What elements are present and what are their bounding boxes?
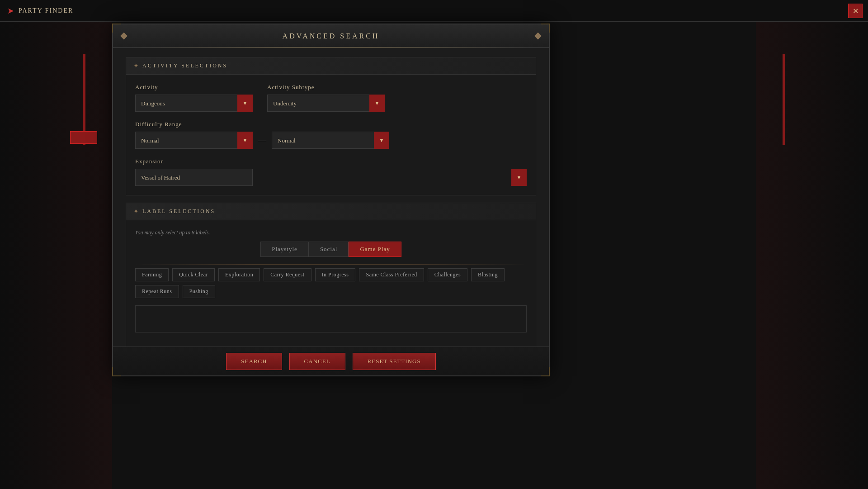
difficulty-max-wrapper: Normal Hard Torment I Torment II Torment… [272, 132, 389, 149]
label-section-title: LABEL SELECTIONS [142, 208, 215, 215]
label-section-body: You may only select up to 8 labels. Play… [126, 220, 536, 343]
close-button[interactable]: ✕ [848, 4, 863, 18]
difficulty-group: Difficulty Range Normal Hard Torment I T… [135, 121, 527, 149]
title-bar: ➤ PARTY FINDER ✕ [0, 0, 868, 22]
tag-in-progress[interactable]: In Progress [315, 268, 356, 281]
difficulty-label: Difficulty Range [135, 121, 527, 128]
tags-container: Farming Quick Clear Exploration Carry Re… [135, 268, 527, 298]
activity-section: ✦ ACTIVITY SELECTIONS Activity Dungeons … [126, 57, 536, 195]
tag-farming[interactable]: Farming [135, 268, 169, 281]
expansion-group: Expansion Vessel of Hatred Base Game Sea… [135, 158, 527, 186]
expansion-label: Expansion [135, 158, 527, 165]
diamond-icon-right [534, 33, 542, 40]
label-section-icon: ✦ [133, 208, 139, 215]
activity-subtype-select[interactable]: Undercity Cathedral of Light Ruins Sanct… [267, 95, 385, 112]
dialog-header: ADVANCED SEARCH [113, 24, 549, 48]
dialog-title: ADVANCED SEARCH [283, 32, 380, 40]
activity-section-body: Activity Dungeons Raids World Events PvP [126, 75, 536, 195]
activity-label: Activity [135, 84, 253, 91]
activity-group: Activity Dungeons Raids World Events PvP [135, 84, 253, 112]
label-note: You may only select up to 8 labels. [135, 229, 527, 236]
search-button[interactable]: Search [226, 353, 282, 370]
activity-section-icon: ✦ [133, 62, 139, 70]
side-panel-right [756, 0, 868, 489]
activity-section-header: ✦ ACTIVITY SELECTIONS [126, 57, 536, 75]
label-section-header: ✦ LABEL SELECTIONS [126, 203, 536, 220]
side-panel-left [0, 0, 112, 489]
dialog-content: ✦ ACTIVITY SELECTIONS Activity Dungeons … [113, 48, 549, 367]
label-tab-bar: Playstyle Social Game Play [135, 242, 527, 257]
tag-pushing[interactable]: Pushing [183, 285, 215, 298]
tab-gameplay[interactable]: Game Play [349, 242, 401, 257]
activity-subtype-group: Activity Subtype Undercity Cathedral of … [267, 84, 385, 112]
activity-subtype-row: Activity Dungeons Raids World Events PvP [135, 84, 527, 112]
tag-quick-clear[interactable]: Quick Clear [172, 268, 215, 281]
tag-exploration[interactable]: Exploration [218, 268, 260, 281]
tag-blasting[interactable]: Blasting [471, 268, 505, 281]
reset-settings-button[interactable]: Reset Settings [353, 353, 436, 370]
dialog-footer: Search Cancel Reset Settings [113, 347, 549, 375]
range-dash: — [258, 136, 266, 145]
expansion-select-wrapper: Vessel of Hatred Base Game Season of Blo… [135, 169, 527, 186]
tag-repeat-runs[interactable]: Repeat Runs [135, 285, 179, 298]
diamond-icon-left [120, 33, 127, 40]
tag-same-class[interactable]: Same Class Preferred [359, 268, 424, 281]
difficulty-max-select[interactable]: Normal Hard Torment I Torment II Torment… [272, 132, 389, 149]
expansion-select[interactable]: Vessel of Hatred Base Game Season of Blo… [135, 169, 253, 186]
tag-challenges[interactable]: Challenges [428, 268, 467, 281]
activity-select-wrapper: Dungeons Raids World Events PvP [135, 95, 253, 112]
difficulty-row: Normal Hard Torment I Torment II Torment… [135, 132, 527, 149]
advanced-search-dialog: ADVANCED SEARCH ✦ ACTIVITY SELECTIONS Ac… [112, 24, 550, 376]
cancel-button[interactable]: Cancel [289, 353, 345, 370]
label-section: ✦ LABEL SELECTIONS You may only select u… [126, 203, 536, 351]
difficulty-min-wrapper: Normal Hard Torment I Torment II Torment… [135, 132, 253, 149]
tag-carry-request[interactable]: Carry Request [264, 268, 311, 281]
activity-subtype-select-wrapper: Undercity Cathedral of Light Ruins Sanct… [267, 95, 385, 112]
red-accent-bar-right [783, 54, 785, 145]
label-divider [135, 264, 527, 265]
tab-playstyle[interactable]: Playstyle [260, 242, 309, 257]
activity-select[interactable]: Dungeons Raids World Events PvP [135, 95, 253, 112]
activity-section-title: ACTIVITY SELECTIONS [142, 62, 227, 69]
notes-textarea[interactable] [135, 305, 527, 332]
tab-social[interactable]: Social [309, 242, 349, 257]
expansion-select-arrow [511, 169, 527, 186]
difficulty-min-select[interactable]: Normal Hard Torment I Torment II Torment… [135, 132, 253, 149]
arrow-icon: ➤ [7, 6, 14, 16]
side-red-button-left [70, 131, 97, 144]
title-bar-text: PARTY FINDER [19, 7, 73, 14]
header-decoration-line [131, 47, 531, 47]
activity-subtype-label: Activity Subtype [267, 84, 385, 91]
